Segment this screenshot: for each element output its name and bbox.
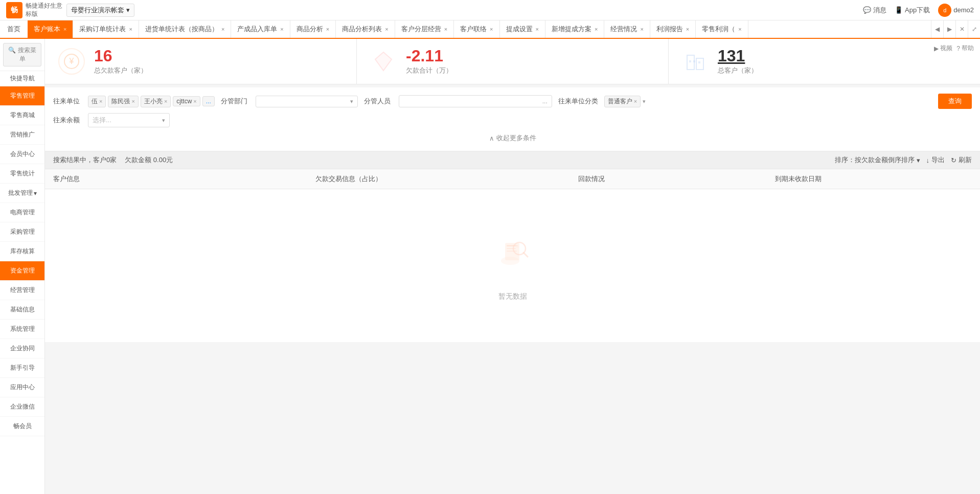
tab-production[interactable]: 产成品入库单 × [231,20,290,38]
sidebar-item-wechat[interactable]: 企业微信 [0,397,44,417]
svg-rect-6 [689,60,691,62]
close-icon[interactable]: × [63,26,66,32]
close-icon[interactable]: × [640,26,643,32]
tab-commission-settings[interactable]: 提成设置 × [500,20,545,38]
tab-home[interactable]: 首页 [0,20,28,38]
sidebar-search-button[interactable]: 🔍 搜索菜单 [3,43,41,66]
sort-text: 排序：按欠款金额倒序排序 [835,155,915,165]
sidebar-item-retail-shop[interactable]: 零售商城 [0,106,44,125]
logo-text: 畅捷通好生意 标版 [26,2,62,18]
sidebar-item-marketing[interactable]: 营销推广 [0,125,44,145]
help-button[interactable]: ? 帮助 [956,44,974,53]
close-icon[interactable]: × [490,26,493,32]
sort-selector[interactable]: 排序：按欠款金额倒序排序 ▾ [835,155,920,165]
stat-card-total: ▶ 视频 ? 帮助 131 总客户（家） [669,39,980,84]
sidebar-item-basic-info[interactable]: 基础信息 [0,300,44,320]
tag-wang-close[interactable]: × [164,98,167,104]
unit-type-chevron[interactable]: ▾ [643,98,646,105]
sidebar-item-enterprise[interactable]: 企业协同 [0,339,44,358]
message-icon: 💬 [863,6,871,14]
close-icon[interactable]: × [686,26,689,32]
tab-purchase-order-stats[interactable]: 采购订单统计表 × [73,20,139,38]
tab-retail-profit[interactable]: 零售利润（ × [696,20,748,38]
tab-operations[interactable]: 经营情况 × [604,20,650,38]
top-bar-left: 畅 畅捷通好生意 标版 母婴行业演示帐套 ▾ [6,2,134,18]
tab-inbound-stats[interactable]: 进货单统计表（按商品） × [139,20,231,38]
question-icon: ? [956,45,960,52]
sidebar-item-beginner[interactable]: 新手引导 [0,358,44,378]
tab-product-analysis[interactable]: 商品分析 × [290,20,336,38]
sidebar-item-system[interactable]: 系统管理 [0,320,44,339]
close-icon[interactable]: × [536,26,539,32]
close-icon[interactable]: × [326,26,329,32]
nav-close-all[interactable]: ✕ [955,20,968,38]
app-download-button[interactable]: 📱 App下载 [895,6,930,15]
sidebar-search-area: 🔍 搜索菜单 [0,39,44,71]
person-select[interactable]: ... [399,95,552,107]
tag-more[interactable]: ... [202,96,215,106]
sidebar-item-app-center[interactable]: 应用中心 [0,378,44,397]
query-button[interactable]: 查询 [938,94,972,109]
tab-new-commission[interactable]: 新增提成方案 × [545,20,604,38]
sidebar-item-member[interactable]: 会员中心 [0,145,44,164]
home-label: 首页 [7,25,20,34]
sidebar-item-finance[interactable]: 资金管理 [0,261,44,281]
export-button[interactable]: ↓ 导出 [926,155,945,165]
tag-chen-close[interactable]: × [131,98,134,104]
tab-customer-ledger[interactable]: 客户账本 × [28,20,73,38]
refresh-button[interactable]: ↻ 刷新 [951,155,972,165]
close-icon[interactable]: × [738,26,741,32]
main-layout: 🔍 搜索菜单 快捷导航 零售管理 零售商城 营销推广 会员中心 零售统计 批发管… [0,39,980,494]
dept-select[interactable]: ▾ [256,96,358,107]
svg-text:¥: ¥ [69,57,74,65]
tag-normal-close[interactable]: × [634,98,637,104]
close-icon[interactable]: × [280,26,283,32]
tab-customer-contact[interactable]: 客户联络 × [454,20,499,38]
nav-arrows: ◀ ▶ ✕ ⤢ [931,20,980,38]
tab-product-analysis-list[interactable]: 商品分析列表 × [336,20,395,38]
sidebar-item-ecommerce[interactable]: 电商管理 [0,203,44,222]
sort-chevron-icon: ▾ [917,156,920,164]
video-button[interactable]: ▶ 视频 [934,44,952,53]
tag-wu-close[interactable]: × [99,98,102,104]
stat-content-total: 131 总客户（家） [718,48,968,75]
close-icon[interactable]: × [129,26,132,32]
sidebar-item-operations[interactable]: 经营管理 [0,281,44,300]
close-icon[interactable]: × [595,26,598,32]
sidebar-item-inventory[interactable]: 库存核算 [0,242,44,261]
close-icon[interactable]: × [385,26,388,32]
tag-normal-customer: 普通客户 × [604,96,641,107]
nav-prev-arrow[interactable]: ◀ [931,20,943,38]
close-icon[interactable]: × [444,26,447,32]
content-area: ¥ 16 总欠款客户（家） -2.11 欠款合计（万） [45,39,980,494]
tab-customer-tier[interactable]: 客户分层经营 × [395,20,454,38]
filter-area: 往来单位 伍 × 陈民强 × 王小亮 × cjttcw [45,87,980,151]
tag-wu: 伍 × [88,96,106,107]
sidebar-item-member2[interactable]: 畅会员 [0,417,44,436]
user-avatar-area[interactable]: d demo2 [938,4,974,17]
balance-placeholder: 选择... [93,116,160,125]
sidebar-item-purchase[interactable]: 采购管理 [0,222,44,242]
col-due-date: 到期未收款日期 [775,174,972,184]
sidebar-item-wholesale[interactable]: 批发管理 ▾ [0,184,44,203]
close-icon[interactable]: × [221,26,224,32]
store-selector[interactable]: 母婴行业演示帐套 ▾ [66,4,134,17]
stat-icon-money: ¥ [57,47,86,76]
sidebar-quick-nav[interactable]: 快捷导航 [0,71,44,86]
tab-profit-report[interactable]: 利润报告 × [650,20,696,38]
collapse-button[interactable]: ∧ 收起更多条件 [485,131,540,145]
stat-card-amount: -2.11 欠款合计（万） [357,39,669,84]
sidebar-item-retail-stats[interactable]: 零售统计 [0,164,44,184]
nav-expand[interactable]: ⤢ [968,20,980,38]
balance-select[interactable]: 选择... ▾ [88,113,170,127]
unit-type-tags: 普通客户 × ▾ [604,96,646,107]
stat-actions: ▶ 视频 ? 帮助 [934,44,974,53]
tag-cjttcw-close[interactable]: × [193,98,196,104]
collapse-row: ∧ 收起更多条件 [53,131,972,145]
refresh-icon: ↻ [951,156,956,164]
stat-icon-building [681,47,710,76]
nav-next-arrow[interactable]: ▶ [943,20,955,38]
messages-button[interactable]: 💬 消息 [863,6,886,15]
sidebar-item-retail[interactable]: 零售管理 [0,86,44,106]
export-icon: ↓ [926,156,930,164]
